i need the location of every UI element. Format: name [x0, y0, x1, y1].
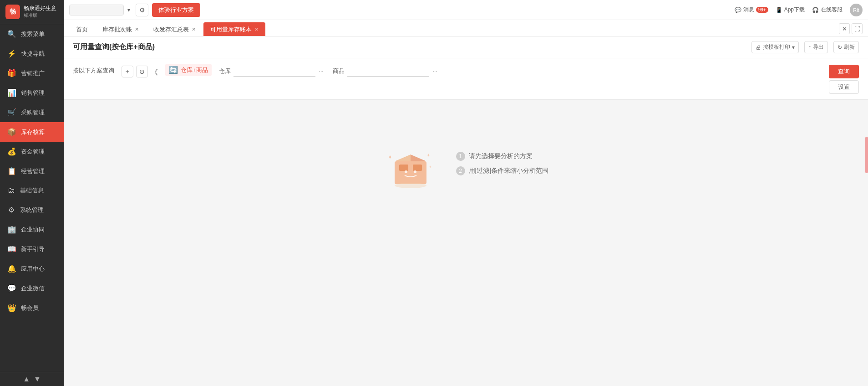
tab-collect-account[interactable]: 收发存汇总表 ✕ [147, 22, 203, 36]
sidebar-item-search[interactable]: 🔍 搜索菜单 [0, 24, 64, 44]
headset-icon: 🎧 [812, 7, 819, 13]
chart-icon: 📊 [7, 88, 16, 97]
filter-actions: ＋ ⊙ 《 [122, 64, 158, 77]
user-avatar[interactable]: Rit [850, 4, 863, 16]
empty-hint-1: 1 请先选择要分析的方案 [456, 152, 549, 161]
scheme-warehouse-product[interactable]: 🔄 仓库+商品 [165, 64, 212, 76]
sidebar-item-label: 采购管理 [21, 108, 45, 117]
sidebar-item-wechat[interactable]: 💬 企业微信 [0, 278, 64, 298]
box-icon: 📦 [7, 128, 16, 136]
tabbar: 首页 库存批次账 ✕ 收发存汇总表 ✕ 可用量库存账本 ✕ ✕ ⛶ [64, 20, 868, 36]
sidebar-item-label: 畅会员 [21, 304, 39, 312]
sidebar-item-apps[interactable]: 🔔 应用中心 [0, 259, 64, 278]
topbar-search-dropdown[interactable]: ▾ [126, 6, 132, 14]
topbar: ▾ ⚙ 体验行业方案 💬 消息 99+ 📱 App下载 🎧 在线客服 Rit [64, 0, 868, 20]
sidebar-item-label: 经营管理 [21, 167, 45, 175]
filter-settings-button[interactable]: ⊙ [136, 66, 148, 77]
filter-add-button[interactable]: ＋ [122, 66, 133, 77]
sidebar-item-newbie[interactable]: 📖 新手引导 [0, 239, 64, 259]
sidebar-item-system[interactable]: ⚙ 系统管理 [0, 200, 64, 220]
folder-icon: 🗂 [7, 186, 15, 195]
topbar-app-download[interactable]: 📱 App下载 [776, 6, 805, 14]
sidebar-item-label: 资金管理 [21, 148, 45, 156]
sidebar-item-label: 企业微信 [21, 284, 45, 293]
product-input-group: 商品 ··· [333, 66, 437, 77]
sidebar-item-inventory[interactable]: 📦 库存核算 [0, 122, 64, 142]
filter-query-buttons: 查询 设置 [829, 64, 859, 94]
sidebar-logo[interactable]: 畅 畅康通好生意 标准版 [0, 0, 64, 24]
shortcut-icon: ⚡ [7, 49, 16, 58]
tab-close-button[interactable]: ✕ [839, 23, 850, 34]
online-service-label: 在线客服 [821, 6, 843, 14]
gift-icon: 🎁 [7, 69, 16, 77]
tab-home[interactable]: 首页 [69, 22, 95, 36]
product-input[interactable] [347, 66, 429, 77]
money-icon: 💰 [7, 147, 16, 156]
app-name: 畅康通好生意 [24, 5, 56, 12]
svg-point-7 [395, 183, 426, 188]
sidebar-item-shortcut[interactable]: ⚡ 快捷导航 [0, 44, 64, 63]
svg-rect-0 [395, 161, 426, 184]
empty-hints: 1 请先选择要分析的方案 2 用[过滤]条件来缩小分析范围 [456, 152, 549, 175]
main-area: ▾ ⚙ 体验行业方案 💬 消息 99+ 📱 App下载 🎧 在线客服 Rit 首… [64, 0, 868, 386]
clipboard-icon: 📋 [7, 167, 16, 175]
crown-icon: 👑 [7, 304, 16, 312]
filter-schemes: 🔄 仓库+商品 [165, 64, 212, 76]
tabbar-controls: ✕ ⛶ [839, 23, 863, 36]
svg-text:✦: ✦ [388, 154, 392, 160]
topbar-industry-button[interactable]: 体验行业方案 [152, 3, 200, 17]
warehouse-input[interactable] [233, 66, 315, 77]
topbar-message[interactable]: 💬 消息 99+ [735, 6, 768, 14]
tab-available-ledger-close[interactable]: ✕ [254, 26, 259, 32]
svg-rect-3 [399, 165, 408, 171]
svg-point-5 [405, 170, 407, 173]
hint-2-number: 2 [456, 166, 465, 175]
right-scroll-indicator[interactable] [865, 137, 868, 173]
topbar-gear-button[interactable]: ⚙ [136, 4, 148, 16]
settings-button[interactable]: 设置 [829, 80, 859, 94]
sidebar-item-vip[interactable]: 👑 畅会员 [0, 298, 64, 318]
sidebar-item-enterprise[interactable]: 🏢 企业协同 [0, 220, 64, 239]
filter-inputs: 仓库 ··· 商品 ··· [219, 64, 822, 77]
export-button[interactable]: ↑ 导出 [804, 41, 828, 53]
warehouse-more-btn[interactable]: ··· [319, 68, 324, 74]
print-button[interactable]: 🖨 按模板打印 ▾ [751, 41, 799, 53]
empty-state: ✦ ✦ ✦ 1 请先选择要分析的方案 2 用[过滤]条件来缩小分析范围 [64, 100, 868, 227]
tab-available-ledger[interactable]: 可用量库存账本 ✕ [203, 22, 265, 36]
sidebar-item-finance[interactable]: 💰 资金管理 [0, 142, 64, 161]
sidebar-item-operations[interactable]: 📋 经营管理 [0, 161, 64, 181]
sidebar-item-label: 销售管理 [21, 89, 45, 97]
sidebar-item-label: 新手引导 [21, 245, 45, 253]
svg-point-6 [414, 170, 416, 173]
building-icon: 🏢 [7, 225, 16, 234]
sidebar-item-marketing[interactable]: 🎁 营销推广 [0, 63, 64, 83]
app-download-label: App下载 [784, 6, 805, 14]
filter-collapse-button[interactable]: 《 [151, 66, 158, 77]
tab-batch-account[interactable]: 库存批次账 ✕ [96, 22, 146, 36]
topbar-right: 💬 消息 99+ 📱 App下载 🎧 在线客服 Rit [735, 4, 863, 16]
query-button[interactable]: 查询 [829, 65, 859, 78]
tab-maximize-button[interactable]: ⛶ [852, 23, 863, 34]
topbar-search-input[interactable] [69, 5, 124, 15]
sidebar-item-label: 系统管理 [20, 206, 44, 214]
tab-home-label: 首页 [76, 26, 88, 34]
tab-collect-account-label: 收发存汇总表 [153, 26, 189, 34]
page-header-actions: 🖨 按模板打印 ▾ ↑ 导出 ↻ 刷新 [751, 41, 859, 53]
sidebar-item-basic[interactable]: 🗂 基础信息 [0, 181, 64, 200]
sidebar-scroll-down[interactable]: ▼ [34, 375, 41, 383]
sidebar-item-label: 快捷导航 [21, 50, 45, 58]
sidebar-item-sales[interactable]: 📊 销售管理 [0, 83, 64, 103]
page-title: 可用量查询(按仓库+商品) [73, 42, 155, 52]
print-dropdown-icon[interactable]: ▾ [792, 44, 795, 51]
sidebar-item-purchase[interactable]: 🛒 采购管理 [0, 103, 64, 122]
tab-batch-account-close[interactable]: ✕ [135, 26, 139, 32]
filter-area: 按以下方案查询 ＋ ⊙ 《 🔄 仓库+商品 仓库 ··· 商品 [64, 58, 868, 100]
refresh-button[interactable]: ↻ 刷新 [833, 41, 859, 53]
product-label: 商品 [333, 67, 345, 75]
product-more-btn[interactable]: ··· [433, 68, 437, 74]
tab-collect-account-close[interactable]: ✕ [192, 26, 196, 32]
cart-icon: 🛒 [7, 108, 16, 117]
page-header: 可用量查询(按仓库+商品) 🖨 按模板打印 ▾ ↑ 导出 ↻ 刷新 [64, 36, 868, 58]
sidebar-scroll-up[interactable]: ▲ [23, 375, 30, 383]
topbar-online-service[interactable]: 🎧 在线客服 [812, 6, 843, 14]
